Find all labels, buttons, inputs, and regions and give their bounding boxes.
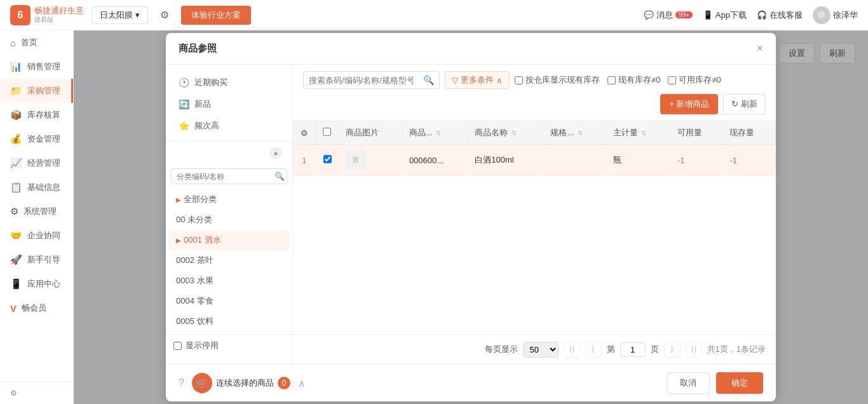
app-download-label: App下载 xyxy=(715,10,747,21)
sidebar-item-sales[interactable]: 📊 销售管理 xyxy=(0,55,73,79)
purchase-icon: 📁 xyxy=(10,85,22,97)
next-page-button[interactable]: ⟩ xyxy=(664,341,681,358)
filter-icon: ▽ xyxy=(452,76,458,85)
category-0004[interactable]: 0004 零食 xyxy=(168,291,290,311)
show-disabled-text: 显示停用 xyxy=(186,340,219,351)
table-row[interactable]: 1 图 000600... 白酒100ml xyxy=(293,145,776,176)
sales-icon: 📊 xyxy=(10,61,22,72)
td-code: 000600... xyxy=(402,145,468,176)
cb-stock-nonzero[interactable]: 现有库存≠0 xyxy=(607,74,660,86)
sidebar-item-vip[interactable]: V 畅会员 xyxy=(0,296,73,320)
logo-icon: 6 xyxy=(10,5,31,25)
category-search-icon[interactable]: 🔍 xyxy=(275,172,285,181)
category-0005[interactable]: 0005 饮料 xyxy=(168,311,290,332)
sidebar-item-finance[interactable]: 💰 资金管理 xyxy=(0,127,73,151)
sidebar-item-guide[interactable]: 🚀 新手引导 xyxy=(0,248,73,272)
sidebar-label-basic: 基础信息 xyxy=(27,182,60,193)
basic-icon: 📋 xyxy=(10,182,22,193)
sidebar-item-business[interactable]: 📈 经营管理 xyxy=(0,151,73,175)
table-header-row: ⚙ 商品图片 商品... ⇅ xyxy=(293,121,776,145)
sidebar-label-apps: 应用中心 xyxy=(27,278,60,290)
vip-icon: V xyxy=(10,303,17,314)
sidebar-item-purchase[interactable]: 📁 采购管理 xyxy=(0,79,73,103)
cb-stock-input[interactable] xyxy=(607,76,616,84)
settings-gear-icon[interactable]: ⚙ xyxy=(156,6,173,24)
filter-more-button[interactable]: ▽ 更多条件 ∧ xyxy=(445,71,510,89)
tab-high-frequency[interactable]: ⭐ 频次高 xyxy=(171,116,287,136)
category-search-input[interactable] xyxy=(177,172,272,181)
th-available-label: 可用量 xyxy=(677,128,702,137)
cb-available-nonzero[interactable]: 可用库存≠0 xyxy=(668,74,721,86)
confirm-button[interactable]: 确定 xyxy=(716,372,763,394)
per-page-select[interactable]: 50 10 20 100 xyxy=(523,342,559,358)
cb-warehouse-label: 按仓库显示现有库存 xyxy=(526,74,600,86)
checkbox-group: 按仓库显示现有库存 现有库存≠0 可用库存≠0 xyxy=(515,74,721,86)
category-0001[interactable]: ▶ 0001 酒水 xyxy=(168,230,290,250)
sidebar-item-inventory[interactable]: 📦 库存核算 xyxy=(0,103,73,127)
tab-recent-purchase[interactable]: 🕐 近期购买 xyxy=(171,72,287,93)
try-industry-button[interactable]: 体验行业方案 xyxy=(181,6,251,25)
left-tabs: 🕐 近期购买 🔄 新品 ⭐ 频次高 xyxy=(166,72,292,142)
th-code[interactable]: 商品... ⇅ xyxy=(402,121,468,145)
app-download-item[interactable]: 📱 App下载 xyxy=(703,10,747,21)
cart-button[interactable]: 🛒 连续选择的商品 0 xyxy=(192,373,290,393)
th-spec[interactable]: 规格... ⇅ xyxy=(544,121,606,145)
product-search-box: 🔍 xyxy=(303,71,440,89)
th-stock: 现存量 xyxy=(723,121,776,145)
collapse-footer-button[interactable]: ∧ xyxy=(298,377,306,389)
sort-icon-unit: ⇅ xyxy=(641,130,646,137)
th-select-all[interactable] xyxy=(323,128,331,136)
th-name[interactable]: 商品名称 ⇅ xyxy=(468,121,544,145)
category-0002[interactable]: 0002 茶叶 xyxy=(168,250,290,271)
product-search-button[interactable]: 🔍 xyxy=(418,72,439,88)
sidebar-bottom-settings[interactable]: ⚙ xyxy=(0,382,73,404)
product-thumbnail: 图 xyxy=(346,150,366,170)
nav-selector[interactable]: 日太阳膜 ▾ xyxy=(92,6,148,24)
online-service-item[interactable]: 🎧 在线客服 xyxy=(757,10,803,21)
cancel-button[interactable]: 取消 xyxy=(667,372,710,394)
refresh-button[interactable]: ↻ 刷新 xyxy=(723,94,766,114)
online-service-label: 在线客服 xyxy=(770,10,803,21)
last-page-button[interactable]: ⟩⟩ xyxy=(686,341,702,358)
modal-close-button[interactable]: × xyxy=(756,42,763,55)
sidebar-item-basic[interactable]: 📋 基础信息 xyxy=(0,175,73,199)
add-product-button[interactable]: + 新增商品 xyxy=(660,94,718,114)
category-all[interactable]: ▶ 全部分类 xyxy=(168,189,290,210)
user-avatar-item[interactable]: 徐 徐泽华 xyxy=(813,6,858,24)
tab-new-products[interactable]: 🔄 新品 xyxy=(171,94,287,114)
filter-arrow: ∧ xyxy=(496,76,503,85)
td-stock: -1 xyxy=(723,145,776,176)
pagination: 每页显示 50 10 20 100 ⟨⟨ ⟨ 第 页 xyxy=(293,334,776,364)
first-page-button[interactable]: ⟨⟨ xyxy=(564,341,580,358)
page-number-input[interactable] xyxy=(620,342,646,357)
category-00[interactable]: 00 未分类 xyxy=(168,210,290,230)
sidebar-item-system[interactable]: ⚙ 系统管理 xyxy=(0,199,73,224)
help-icon[interactable]: ? xyxy=(179,377,184,389)
per-page-label: 每页显示 xyxy=(485,344,518,355)
cb-warehouse[interactable]: 按仓库显示现有库存 xyxy=(515,74,600,86)
tab-recent-label: 近期购买 xyxy=(194,77,227,88)
th-settings[interactable]: ⚙ xyxy=(293,121,316,145)
sidebar-item-home[interactable]: ⌂ 首页 xyxy=(0,30,73,55)
enterprise-icon: 🤝 xyxy=(10,230,22,241)
prev-page-button[interactable]: ⟨ xyxy=(585,341,602,358)
cb-available-input[interactable] xyxy=(668,76,676,84)
messages-nav-item[interactable]: 💬 消息 99+ xyxy=(644,10,693,21)
collapse-left-button[interactable]: « xyxy=(269,147,282,159)
show-disabled-checkbox[interactable] xyxy=(173,342,182,350)
sidebar-label-finance: 资金管理 xyxy=(27,133,60,145)
logo-text: 畅捷通好生意 xyxy=(34,6,84,16)
cat-0005-label: 0005 饮料 xyxy=(176,316,214,327)
category-0003[interactable]: 0003 水果 xyxy=(168,271,290,291)
sidebar-item-apps[interactable]: 📱 应用中心 xyxy=(0,272,73,296)
main-layout: ⌂ 首页 📊 销售管理 📁 采购管理 📦 库存核算 💰 资金管理 📈 经营管理 … xyxy=(0,30,868,404)
page-total-label: 共1页，1条记录 xyxy=(707,344,766,355)
product-search-input[interactable] xyxy=(304,72,418,88)
cat-0003-label: 0003 水果 xyxy=(176,275,214,286)
cb-warehouse-input[interactable] xyxy=(515,76,523,84)
product-table: ⚙ 商品图片 商品... ⇅ xyxy=(293,121,776,176)
show-disabled-label[interactable]: 显示停用 xyxy=(173,340,285,351)
sidebar-item-enterprise[interactable]: 🤝 企业协同 xyxy=(0,224,73,248)
th-unit[interactable]: 主计量 ⇅ xyxy=(606,121,670,145)
row-checkbox[interactable] xyxy=(323,155,332,163)
